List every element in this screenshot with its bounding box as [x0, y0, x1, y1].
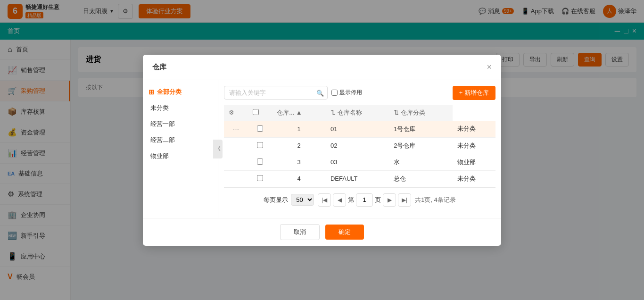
search-input[interactable]	[224, 86, 328, 100]
modal-header: 仓库 ×	[143, 55, 501, 80]
row-settings	[224, 137, 248, 154]
row-checkbox[interactable]	[248, 170, 272, 187]
modal-title: 仓库	[152, 63, 166, 72]
table-row[interactable]: 4 DEFAULT 总仓 未分类	[224, 170, 495, 187]
th-category: ⇅ 仓库分类	[389, 105, 452, 121]
row-settings	[224, 154, 248, 170]
search-bar: 🔍 显示停用 + 新增仓库	[224, 86, 495, 100]
row-settings: ⋯	[224, 121, 248, 137]
table-row[interactable]: ⋯ 1 01 1号仓库 未分类	[224, 121, 495, 137]
row-checkbox[interactable]	[248, 121, 272, 137]
per-page-section: 每页显示 50	[264, 194, 314, 206]
th-checkbox	[248, 105, 272, 121]
cancel-button[interactable]: 取消	[280, 224, 320, 240]
row-code: 01	[326, 121, 389, 137]
table-wrapper: ⚙ 仓库... ▲ ⇅ 仓库名称 ⇅	[224, 105, 495, 187]
row-num: 2	[272, 137, 326, 154]
category-sidebar: ⊞ 全部分类 未分类 经营一部 经营二部 物业部 《	[143, 80, 218, 218]
table-header-row: ⚙ 仓库... ▲ ⇅ 仓库名称 ⇅	[224, 105, 495, 121]
table-area: 🔍 显示停用 + 新增仓库 ⚙	[218, 80, 501, 218]
row-checkbox[interactable]	[248, 154, 272, 170]
category-item-0[interactable]: 未分类	[143, 100, 218, 116]
modal-overlay: 仓库 × ⊞ 全部分类 未分类 经营一部 经营二部 物业部 《	[0, 0, 644, 300]
row-code: DEFAULT	[326, 170, 389, 187]
th-name: ⇅ 仓库名称	[326, 105, 389, 121]
row-name: 2号仓库	[389, 137, 452, 154]
per-page-select[interactable]: 50	[291, 194, 314, 206]
search-input-wrap: 🔍	[224, 86, 328, 100]
search-icon[interactable]: 🔍	[316, 89, 324, 96]
last-page-button[interactable]: ▶|	[398, 193, 411, 207]
new-warehouse-button[interactable]: + 新增仓库	[453, 86, 495, 100]
row-checkbox[interactable]	[248, 137, 272, 154]
show-disabled-checkbox[interactable]	[331, 90, 338, 96]
confirm-button[interactable]: 确定	[325, 225, 364, 240]
row-num: 4	[272, 170, 326, 187]
row-num: 3	[272, 154, 326, 170]
first-page-button[interactable]: |◀	[318, 193, 331, 207]
all-categories-item[interactable]: ⊞ 全部分类	[143, 84, 218, 100]
modal-footer: 取消 确定	[143, 218, 501, 246]
row-name: 总仓	[389, 170, 452, 187]
next-page-button[interactable]: ▶	[383, 193, 396, 207]
row-name: 水	[389, 154, 452, 170]
pagination: 每页显示 50 |◀ ◀ 第 页 ▶ ▶| 共1页, 4条记录	[224, 187, 495, 212]
modal-close-button[interactable]: ×	[487, 62, 492, 72]
th-settings: ⚙	[224, 105, 248, 121]
row-category: 未分类	[453, 137, 496, 154]
select-all-checkbox[interactable]	[253, 109, 259, 115]
modal-body: ⊞ 全部分类 未分类 经营一部 经营二部 物业部 《 🔍	[143, 80, 501, 218]
page-nav: |◀ ◀ 第 页 ▶ ▶|	[318, 193, 411, 207]
warehouse-table: ⚙ 仓库... ▲ ⇅ 仓库名称 ⇅	[224, 105, 495, 187]
row-category: 未分类	[453, 121, 496, 137]
row-num: 1	[272, 121, 326, 137]
row-code: 03	[326, 154, 389, 170]
sort-icon-cat: ⇅	[394, 109, 399, 116]
page-number-input[interactable]	[356, 193, 373, 207]
row-code: 02	[326, 137, 389, 154]
row-category: 未分类	[453, 170, 496, 187]
total-info: 共1页, 4条记录	[415, 196, 456, 204]
table-row[interactable]: 3 03 水 物业部	[224, 154, 495, 170]
category-item-2[interactable]: 经营二部	[143, 132, 218, 148]
category-item-3[interactable]: 物业部	[143, 148, 218, 164]
sort-icon: ⇅	[330, 109, 336, 116]
row-settings	[224, 170, 248, 187]
grid-icon: ⊞	[149, 88, 154, 96]
collapse-sidebar-button[interactable]: 《	[213, 140, 223, 158]
row-category: 物业部	[453, 154, 496, 170]
row-name: 1号仓库	[389, 121, 452, 137]
warehouse-modal: 仓库 × ⊞ 全部分类 未分类 经营一部 经营二部 物业部 《	[143, 55, 501, 246]
th-code: 仓库... ▲	[272, 105, 326, 121]
show-disabled-label[interactable]: 显示停用	[331, 89, 362, 97]
category-item-1[interactable]: 经营一部	[143, 116, 218, 132]
prev-page-button[interactable]: ◀	[333, 193, 346, 207]
table-row[interactable]: 2 02 2号仓库 未分类	[224, 137, 495, 154]
